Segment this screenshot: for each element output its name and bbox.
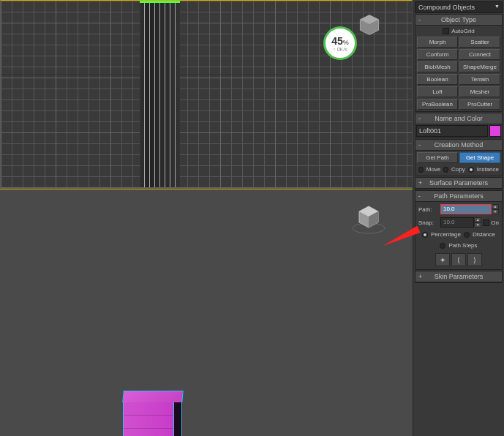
pick-shape-icon[interactable]: ✦ xyxy=(435,253,450,266)
viewcube-top[interactable] xyxy=(356,12,383,38)
viewcube-persp[interactable] xyxy=(350,200,387,237)
prev-shape-icon[interactable]: ⟨ xyxy=(451,253,466,266)
loft-object-top[interactable] xyxy=(140,1,180,187)
autogrid-checkbox[interactable] xyxy=(443,28,449,34)
snap-label: Snap: xyxy=(418,219,439,226)
rollout-surface-params: Surface Parameters xyxy=(415,177,503,189)
perf-value: 45 xyxy=(331,35,343,47)
instance-radio[interactable] xyxy=(468,167,474,173)
rollout-header-name-color[interactable]: Name and Color xyxy=(415,113,502,124)
grid-top xyxy=(1,1,412,188)
command-panel: Compound Objects Object Type AutoGrid Mo… xyxy=(413,0,504,436)
terrain-button[interactable]: Terrain xyxy=(459,74,500,85)
conform-button[interactable]: Conform xyxy=(417,49,458,60)
path-spinner-up[interactable]: ▲ xyxy=(492,204,499,209)
get-shape-button[interactable]: Get Shape xyxy=(459,152,500,163)
move-radio[interactable] xyxy=(418,167,424,173)
rollout-path-params: Path Parameters Path: 10.0▲▼ Snap: 10.0▲… xyxy=(415,190,503,270)
copy-radio[interactable] xyxy=(443,167,448,173)
rollout-header-creation-method[interactable]: Creation Method xyxy=(415,140,502,151)
connect-button[interactable]: Connect xyxy=(459,49,500,60)
viewport-perspective[interactable] xyxy=(0,189,413,436)
snap-spinner-down[interactable]: ▼ xyxy=(474,222,481,228)
rollout-header-object-type[interactable]: Object Type xyxy=(415,15,502,26)
loft-button[interactable]: Loft xyxy=(417,86,458,97)
performance-badge: 45% ↑ 0K/s xyxy=(323,26,357,60)
rollout-header-skin-params[interactable]: Skin Parameters xyxy=(415,271,502,282)
snap-spinner[interactable]: 10.0 xyxy=(440,217,474,228)
morph-button[interactable]: Morph xyxy=(417,37,458,48)
path-spinner-down[interactable]: ▼ xyxy=(492,209,499,214)
rollout-name-color: Name and Color Loft001 xyxy=(415,113,503,138)
rollout-object-type: Object Type AutoGrid MorphScatter Confor… xyxy=(415,14,503,112)
loft-object-persp[interactable] xyxy=(123,391,183,436)
rollout-skin-params: Skin Parameters xyxy=(415,271,503,283)
object-name-input[interactable]: Loft001 xyxy=(416,125,488,137)
pathsteps-radio[interactable] xyxy=(440,243,445,249)
mesher-button[interactable]: Mesher xyxy=(459,86,500,97)
blobmesh-button[interactable]: BlobMesh xyxy=(417,61,458,72)
perf-unit: ↑ 0K/s xyxy=(333,47,347,52)
percentage-radio[interactable] xyxy=(422,232,428,238)
snap-spinner-up[interactable]: ▲ xyxy=(474,217,481,222)
snap-on-checkbox[interactable] xyxy=(483,219,489,226)
boolean-button[interactable]: Boolean xyxy=(417,74,458,85)
shapemerge-button[interactable]: ShapeMerge xyxy=(459,61,500,72)
scatter-button[interactable]: Scatter xyxy=(459,37,500,48)
proboolean-button[interactable]: ProBoolean xyxy=(417,99,458,110)
rollout-creation-method: Creation Method Get PathGet Shape Move C… xyxy=(415,139,503,176)
get-path-button[interactable]: Get Path xyxy=(417,152,458,163)
rollout-header-surface-params[interactable]: Surface Parameters xyxy=(415,178,502,189)
distance-radio[interactable] xyxy=(464,232,470,238)
viewport-top[interactable]: 45% ↑ 0K/s xyxy=(0,0,413,189)
procutter-button[interactable]: ProCutter xyxy=(459,99,500,110)
axis-horizontal xyxy=(1,74,412,75)
category-dropdown[interactable]: Compound Objects xyxy=(415,1,503,13)
rollout-header-path-params[interactable]: Path Parameters xyxy=(415,191,502,202)
path-spinner[interactable]: 10.0 xyxy=(440,204,492,214)
autogrid-label: AutoGrid xyxy=(451,28,475,34)
object-color-swatch[interactable] xyxy=(489,125,501,137)
path-label: Path: xyxy=(418,206,439,213)
next-shape-icon[interactable]: ⟩ xyxy=(467,253,482,266)
